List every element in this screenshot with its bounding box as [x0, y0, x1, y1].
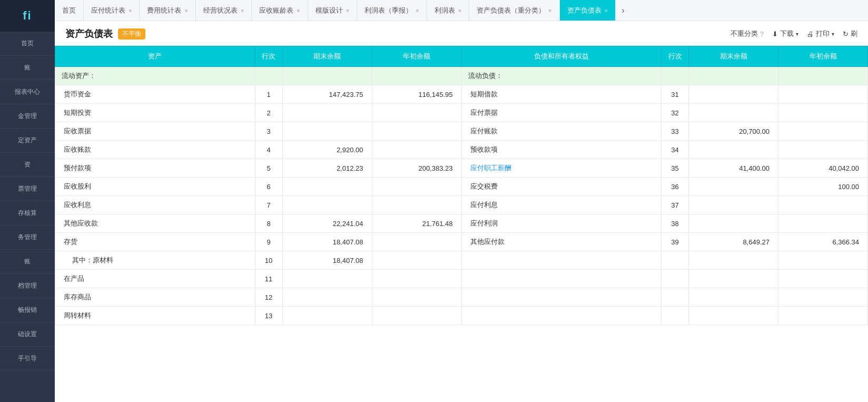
left-year-begin — [372, 270, 461, 288]
sidebar-item-capital[interactable]: 资 — [0, 153, 55, 177]
right-end-balance — [689, 196, 778, 214]
left-end-balance — [282, 122, 372, 141]
page-title: 资产负债表 — [65, 27, 113, 40]
right-end-balance — [689, 141, 778, 159]
left-name: 短期投资 — [55, 104, 255, 122]
tab-bar: 首页 应付统计表 × 费用统计表 × 经营状况表 × 应收账龄表 × 模版设计 … — [55, 0, 868, 21]
download-label: 下载 — [780, 29, 794, 38]
left-row-num: 12 — [255, 288, 282, 307]
print-chevron-icon: ▾ — [832, 31, 834, 37]
tab-receivable-aging-close[interactable]: × — [297, 7, 300, 14]
sidebar-logo: fi — [0, 0, 55, 32]
right-name: 短期借款 — [461, 85, 662, 104]
tab-home[interactable]: 首页 — [55, 0, 84, 21]
no-reclassify-btn[interactable]: 不重分类 ? — [731, 29, 764, 38]
sidebar-item-archive-mgmt[interactable]: 档管理 — [0, 274, 55, 298]
tab-operations-close[interactable]: × — [241, 7, 244, 14]
left-name: 存货 — [55, 233, 255, 251]
right-name — [461, 288, 662, 307]
sidebar-item-affairs-mgmt[interactable]: 务管理 — [0, 225, 55, 250]
right-year-begin — [778, 196, 868, 214]
tab-home-label: 首页 — [62, 6, 76, 15]
tab-expense-stats[interactable]: 费用统计表 × — [140, 0, 195, 21]
section-left-begin — [372, 67, 461, 85]
left-row-num: 11 — [255, 270, 282, 288]
left-year-begin — [372, 233, 461, 251]
content-area: 资产负债表 不平衡 不重分类 ? ⬇ 下载 ▾ 🖨 打印 ▾ — [55, 21, 868, 402]
tab-payable-stats-close[interactable]: × — [129, 7, 132, 14]
right-name: 预收款项 — [461, 141, 662, 159]
sidebar-item-inventory[interactable]: 存核算 — [0, 201, 55, 225]
right-end-balance: 41,400.00 — [689, 159, 778, 178]
page-header: 资产负债表 不平衡 不重分类 ? ⬇ 下载 ▾ 🖨 打印 ▾ — [55, 21, 868, 46]
tab-nav-arrow[interactable]: › — [616, 0, 630, 21]
print-btn[interactable]: 🖨 打印 ▾ — [807, 29, 834, 38]
table-row: 应收账款 4 2,920.00 预收款项 34 — [55, 141, 868, 159]
tab-balance-reclassified-close[interactable]: × — [548, 7, 551, 14]
col-year-begin-left: 年初余额 — [372, 46, 461, 67]
right-row-num: 34 — [662, 141, 689, 159]
sidebar-item-account[interactable]: 账 — [0, 56, 55, 80]
tab-operations-label: 经营状况表 — [203, 6, 238, 15]
tab-template-design-close[interactable]: × — [346, 7, 349, 14]
sidebar-item-ledger[interactable]: 账 — [0, 250, 55, 274]
tab-profit-quarterly-close[interactable]: × — [416, 7, 419, 14]
right-name[interactable]: 应付职工薪酬 — [461, 159, 662, 178]
tab-balance-sheet[interactable]: 资产负债表 × — [560, 0, 616, 21]
left-name: 库存商品 — [55, 288, 255, 307]
tab-expense-stats-close[interactable]: × — [184, 7, 188, 14]
tab-profit-quarterly[interactable]: 利润表（季报） × — [357, 0, 427, 21]
tab-operations[interactable]: 经营状况表 × — [196, 0, 252, 21]
tab-profit-close[interactable]: × — [458, 7, 461, 14]
right-name: 其他应付款 — [461, 233, 662, 251]
refresh-btn[interactable]: ↻ 刷 — [843, 29, 857, 38]
tab-balance-reclassified[interactable]: 资产负债表（重分类） × — [469, 0, 559, 21]
main-area: 首页 应付统计表 × 费用统计表 × 经营状况表 × 应收账龄表 × 模版设计 … — [55, 0, 868, 402]
print-label: 打印 — [816, 29, 830, 38]
left-name: 其他应收款 — [55, 214, 255, 233]
col-row-right: 行次 — [662, 46, 689, 67]
tab-template-design[interactable]: 模版设计 × — [308, 0, 357, 21]
right-name — [461, 307, 662, 325]
left-row-num: 10 — [255, 251, 282, 270]
left-name: 应收账款 — [55, 141, 255, 159]
right-name: 应付利润 — [461, 214, 662, 233]
tab-payable-stats[interactable]: 应付统计表 × — [84, 0, 140, 21]
left-row-num: 3 — [255, 122, 282, 141]
sidebar-item-fund-mgmt[interactable]: 金管理 — [0, 104, 55, 129]
right-row-num: 33 — [662, 122, 689, 141]
download-btn[interactable]: ⬇ 下载 ▾ — [772, 29, 798, 38]
tab-profit[interactable]: 利润表 × — [427, 0, 469, 21]
tab-profit-quarterly-label: 利润表（季报） — [364, 6, 412, 15]
right-end-balance — [689, 178, 778, 196]
left-end-balance: 147,423.75 — [282, 85, 372, 104]
section-right-begin — [778, 67, 868, 85]
sidebar-item-home[interactable]: 首页 — [0, 32, 55, 56]
sidebar-item-guide[interactable]: 手引导 — [0, 347, 55, 371]
left-end-balance: 22,241.04 — [282, 214, 372, 233]
help-icon[interactable]: ? — [760, 30, 764, 38]
tab-receivable-aging[interactable]: 应收账龄表 × — [252, 0, 308, 21]
left-name: 预付款项 — [55, 159, 255, 178]
sidebar-item-expense[interactable]: 畅报销 — [0, 298, 55, 322]
left-year-begin — [372, 251, 461, 270]
tab-balance-sheet-label: 资产负债表 — [567, 6, 601, 15]
right-name: 应交税费 — [461, 178, 662, 196]
right-name-link[interactable]: 应付职工薪酬 — [470, 164, 511, 172]
right-row-num — [662, 251, 689, 270]
report-table: 资产 行次 期末余额 年初余额 负债和所有者权益 行次 期末余额 年初余额 流动… — [55, 46, 868, 325]
left-year-begin — [372, 122, 461, 141]
sidebar-item-basic-settings[interactable]: 础设置 — [0, 322, 55, 347]
sidebar-item-report-center[interactable]: 报表中心 — [0, 80, 55, 104]
right-year-begin — [778, 270, 868, 288]
sidebar-item-fixed-assets[interactable]: 定资产 — [0, 129, 55, 153]
no-reclassify-label: 不重分类 — [731, 29, 758, 38]
left-end-balance — [282, 104, 372, 122]
right-end-balance — [689, 288, 778, 307]
table-row: 货币资金 1 147,423.75 116,145.95 短期借款 31 — [55, 85, 868, 104]
left-row-num: 4 — [255, 141, 282, 159]
right-row-num: 32 — [662, 104, 689, 122]
right-end-balance — [689, 85, 778, 104]
tab-balance-sheet-close[interactable]: × — [605, 7, 608, 14]
sidebar-item-ticket-mgmt[interactable]: 票管理 — [0, 177, 55, 201]
